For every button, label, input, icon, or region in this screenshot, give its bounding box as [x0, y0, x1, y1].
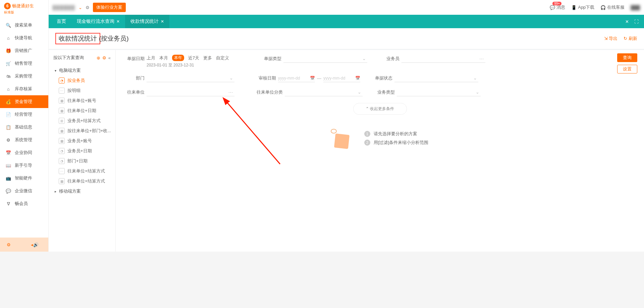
close-all-icon[interactable]: ✕ [625, 19, 629, 24]
nav-item[interactable]: 📺智能硬件 [0, 172, 48, 185]
nav-icon: ⌂ [5, 86, 11, 92]
nav-label: 企业微信 [15, 188, 32, 194]
audit-date-to[interactable]: yyyy-mm-dd📅 [323, 74, 360, 82]
messages-badge: 99+ [552, 2, 561, 5]
nav-item[interactable]: 💰资金管理 [0, 95, 48, 108]
settings-button[interactable]: 设置 [617, 65, 637, 73]
date-option[interactable]: 自定义 [216, 55, 229, 61]
online-service-button[interactable]: 🎧 在线客服 [600, 4, 625, 10]
messages-button[interactable]: 99+ 💬 消息 [550, 4, 565, 10]
nav-item[interactable]: 📄经营管理 [0, 108, 48, 121]
add-scheme-icon[interactable]: ⊕ [97, 55, 100, 60]
department-label: 部门 [122, 74, 145, 81]
nav-item[interactable]: 🔍搜索菜单 [0, 19, 48, 32]
scheme-item[interactable]: ▦往来单位+结算方式 [49, 176, 115, 186]
tab[interactable]: 收款情况统计✕ [125, 15, 169, 28]
nav-icon: 📅 [5, 150, 11, 156]
nav-label: 快捷导航 [15, 35, 32, 41]
tab[interactable]: 现金银行流水查询✕ [71, 15, 125, 28]
nav-icon: ⌂ [5, 35, 11, 41]
department-select[interactable]: ⌄ [147, 74, 234, 82]
user-avatar[interactable]: ███ [631, 5, 640, 10]
footer-sound-icon[interactable]: ◂🔊 [31, 242, 39, 247]
date-option[interactable]: 近7天 [188, 55, 199, 61]
export-button[interactable]: ⇲ 导出 [604, 36, 618, 42]
date-range-text: 2023-01-01 至 2023-12-31 [147, 62, 229, 68]
date-option[interactable]: 上月 [147, 55, 155, 61]
bill-status-select[interactable]: ⌄ [394, 74, 478, 82]
scheme-item[interactable]: ▦往来单位+日期 [49, 106, 115, 116]
scheme-icon: ⋯ [59, 168, 65, 174]
scheme-item[interactable]: ▦业务员+账号 [49, 136, 115, 146]
tab[interactable]: 首页 [51, 15, 71, 28]
close-icon[interactable]: ✕ [161, 19, 164, 24]
nav-item[interactable]: ∇畅会员 [0, 197, 48, 210]
partner-category-select[interactable]: ⌄ [285, 88, 363, 96]
scheme-group-pc[interactable]: ▾电脑端方案 [49, 65, 115, 75]
step-2-num: 2 [364, 140, 370, 146]
scheme-label: 业务员+日期 [67, 148, 92, 154]
nav-item[interactable]: 📋基础信息 [0, 121, 48, 134]
scheme-item[interactable]: ◔部门+日期 [49, 156, 115, 166]
nav-label: 畅会员 [15, 201, 28, 207]
scheme-item[interactable]: ◔业务员+日期 [49, 146, 115, 156]
brand-edition: 标准版 [4, 10, 44, 15]
filters-area: 查询 设置 单据日期 上月本月本年近7天更多自定义 2023-01-01 至 2… [116, 50, 644, 252]
chevron-down-icon[interactable]: ⌄ [78, 5, 82, 10]
refresh-button[interactable]: ↻ 刷新 [624, 36, 637, 42]
nav-icon: 🎁 [5, 48, 11, 54]
scheme-group-pc-label: 电脑端方案 [59, 67, 81, 73]
scheme-label: 业务员+账号 [67, 138, 92, 144]
nav-item[interactable]: 💬企业微信 [0, 185, 48, 197]
nav-item[interactable]: 📅企业协同 [0, 146, 48, 159]
nav-item[interactable]: ⌂快捷导航 [0, 32, 48, 44]
nav-item[interactable]: 🛍采购管理 [0, 70, 48, 83]
page-title-main: 收款情况统计 [55, 33, 100, 44]
date-option[interactable]: 本年 [172, 55, 184, 61]
footer-gear-icon[interactable]: ⚙ [7, 242, 11, 247]
scheme-group-mobile[interactable]: ▸移动端方案 [49, 186, 115, 196]
brand-name: 畅捷通好生 [12, 3, 34, 9]
collapse-panel-icon[interactable]: « [108, 55, 111, 60]
nav-item[interactable]: 🎁营销推广 [0, 44, 48, 57]
date-option[interactable]: 更多 [203, 55, 212, 61]
scheme-icon: ⊞ [59, 118, 65, 124]
fullscreen-icon[interactable]: ⛶ [634, 19, 639, 24]
experience-button[interactable]: 体验行业方案 [93, 3, 126, 12]
close-icon[interactable]: ✕ [116, 19, 120, 24]
business-type-select[interactable]: ⌄ [397, 88, 481, 96]
nav-item[interactable]: 🛒销售管理 [0, 57, 48, 70]
partner-select[interactable]: ··· [147, 88, 234, 96]
scheme-item[interactable]: ⊞业务员+结算方式 [49, 116, 115, 126]
date-option[interactable]: 本月 [159, 55, 168, 61]
tenant-name[interactable]: ██████ [53, 5, 75, 10]
bill-type-select[interactable]: ⌄ [283, 55, 367, 63]
scheme-item[interactable]: ⋯往来单位+结算方式 [49, 166, 115, 176]
scheme-item[interactable]: ▦往来单位+账号 [49, 96, 115, 106]
query-button[interactable]: 查询 [617, 53, 637, 62]
salesperson-select[interactable]: ··· [401, 55, 485, 63]
nav-icon: 💰 [5, 99, 11, 105]
scheme-gear-icon[interactable]: ⚙ [102, 55, 106, 60]
step-2-text: 用[过滤]条件来缩小分析范围 [374, 140, 428, 146]
nav-label: 智能硬件 [15, 175, 32, 181]
scheme-label: 按业务员 [67, 78, 85, 84]
page-title-suffix: (按业务员) [99, 35, 129, 42]
date-to-placeholder: yyyy-mm-dd [323, 76, 345, 81]
date-from-placeholder: yyyy-mm-dd [278, 76, 300, 81]
scheme-item[interactable]: ⋯按明细 [49, 86, 115, 96]
step-1-text: 请先选择要分析的方案 [374, 131, 417, 137]
collapse-conditions-button[interactable]: ⌃ 收起更多条件 [353, 103, 407, 115]
nav-item[interactable]: ⚙系统管理 [0, 134, 48, 146]
app-download-button[interactable]: 📱 App下载 [571, 4, 594, 10]
nav-label: 搜索菜单 [15, 22, 32, 28]
nav-item[interactable]: 📖新手引导 [0, 159, 48, 172]
scheme-item[interactable]: ◔按业务员 [49, 75, 115, 86]
nav-icon: 📄 [5, 111, 11, 117]
nav-label: 销售管理 [15, 60, 32, 66]
gear-icon[interactable]: ⚙ [86, 5, 90, 10]
nav-item[interactable]: ⌂库存核算 [0, 83, 48, 95]
scheme-label: 按往来单位+部门+收... [67, 128, 111, 134]
audit-date-from[interactable]: yyyy-mm-dd📅 [278, 74, 315, 82]
scheme-item[interactable]: ▦按往来单位+部门+收... [49, 126, 115, 136]
